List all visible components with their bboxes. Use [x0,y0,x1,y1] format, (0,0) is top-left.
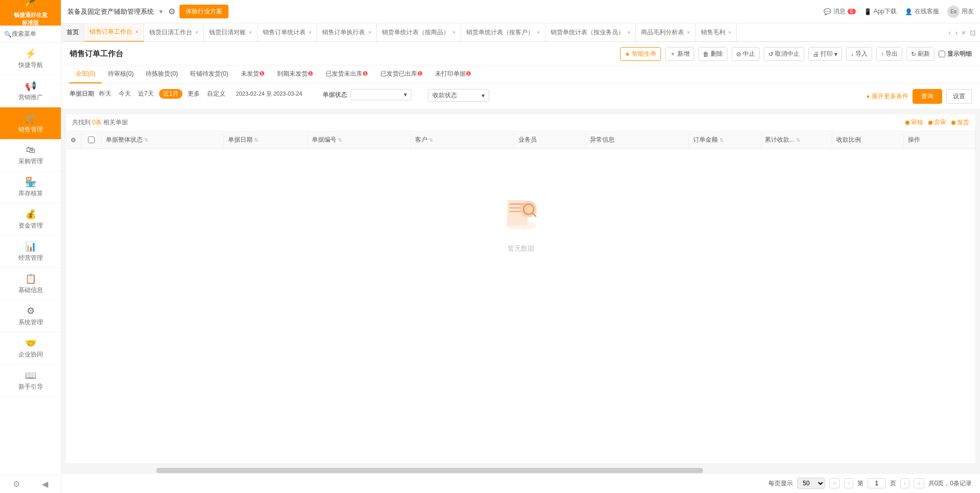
th-status[interactable]: 单据整体状态 ⇅ [102,131,224,148]
topbar-gear-icon[interactable]: ⚙ [168,7,175,16]
sidebar-item-quicknav[interactable]: ⚡ 快捷导航 [0,43,61,75]
app-download-btn[interactable]: 📱 App下载 [864,7,897,16]
filter-tab-wangpu[interactable]: 旺铺待发货(0) [184,65,235,83]
filter-tab-shipped-out[interactable]: 已发货已出库❶ [374,65,429,83]
th-staff[interactable]: 业务员 [514,131,586,148]
refresh-btn[interactable]: ↻ 刷新 [906,47,935,61]
filter-tab-shipped-not-out[interactable]: 已发货未出库❶ [320,65,374,83]
tab-sales-workbench-close[interactable]: × [135,29,139,35]
th-number[interactable]: 单据编号 ⇅ [308,131,411,148]
message-btn[interactable]: 💬 消息 6 [824,7,856,16]
online-service-btn[interactable]: 👤 在线客服 [905,7,939,16]
date-opt-1month[interactable]: 近1月 [159,89,183,99]
tab-close-all[interactable]: × [960,29,968,37]
th-ratio[interactable]: 收款比例 [832,131,904,148]
tab-expand-icon[interactable]: ⊡ [968,29,978,37]
expand-conditions-btn[interactable]: ▾ 展开更多条件 [867,92,908,101]
show-detail-checkbox[interactable] [939,51,945,57]
date-opt-custom[interactable]: 自定义 [205,89,227,99]
settings-query-btn[interactable]: 设置 [946,89,972,104]
filter-tab-not-shipped[interactable]: 未发货❶ [235,65,271,83]
prev-page-btn[interactable]: ‹ [844,478,853,488]
th-date[interactable]: 单据日期 ⇅ [224,131,308,148]
per-page-select[interactable]: 50 20 100 [797,478,825,489]
sidebar-item-purchase[interactable]: 🛍 采购管理 [0,140,61,171]
sidebar-item-inventory[interactable]: 🏪 库存核算 [0,171,61,204]
tab-sales-profit[interactable]: 销售毛利 × [696,24,737,42]
scrollbar-thumb[interactable] [156,468,703,473]
tab-sales-exec[interactable]: 销售订单执行表 × [317,24,377,42]
last-page-btn[interactable]: » [914,478,924,488]
sidebar-item-finance[interactable]: 💰 资金管理 [0,204,61,236]
smart-create-btn[interactable]: ★ 智能生单 [620,47,661,61]
sidebar-item-cooperation[interactable]: 🤝 企业协同 [0,332,61,365]
tab-summary-staff-close[interactable]: × [627,30,630,35]
filter-tab-not-printed[interactable]: 未打印单据❶ [429,65,477,83]
print-btn[interactable]: 🖨 打印 ▾ [808,47,842,61]
add-btn[interactable]: ＋ 新增 [665,47,694,61]
th-collected[interactable]: 累计收款... ⇅ [761,131,832,148]
sidebar-item-basic[interactable]: 📋 基础信息 [0,268,61,300]
first-page-btn[interactable]: « [829,478,840,488]
sidebar-search[interactable]: 🔍 搜索菜单 [0,26,61,43]
tab-sales-exec-close[interactable]: × [368,30,371,35]
th-amount[interactable]: 订单金额 ⇅ [689,131,761,148]
tab-margin-analysis-close[interactable]: × [687,30,690,35]
tab-cash-reconcile[interactable]: 钱货日清对账 × [204,24,258,42]
status-filter-select[interactable]: ▾ [350,89,412,100]
tab-sales-summary-staff[interactable]: 销货单统计表（按业务员） × [545,24,636,42]
delete-btn[interactable]: 🗑 删除 [698,47,727,61]
import-btn[interactable]: ↓ 导入 [846,47,872,61]
filter-tab-all[interactable]: 全部(0) [70,65,102,83]
payment-filter-select[interactable]: 收款状态 ▾ [428,89,489,102]
batch-approve-btn[interactable]: 审核 [905,118,923,127]
tab-cash-daily-close[interactable]: × [195,30,198,35]
filter-tab-pending[interactable]: 待审核(0) [102,65,140,83]
batch-reject-btn[interactable]: 弃审 [928,118,946,127]
tab-cash-daily[interactable]: 钱货日清工作台 × [144,24,204,42]
filter-tab-pending-inspect[interactable]: 待拣验货(0) [140,65,184,83]
settings-bottom-icon[interactable]: ⚙ [13,479,20,489]
sidebar-item-marketing[interactable]: 📢 营销推广 [0,75,61,107]
tab-home[interactable]: 首页 [61,24,84,42]
tab-summary-customer-close[interactable]: × [537,30,540,35]
tab-sales-profit-close[interactable]: × [728,30,732,35]
stop-btn[interactable]: ⊘ 中止 [732,47,760,61]
horizontal-scrollbar[interactable] [65,468,976,473]
th-error[interactable]: 异常信息 [586,131,689,148]
th-checkbox[interactable] [81,132,102,147]
tab-cash-reconcile-close[interactable]: × [249,30,252,35]
sidebar-item-operations[interactable]: 📊 经营管理 [0,236,61,268]
sidebar-item-guide[interactable]: 📖 新手引导 [0,365,61,397]
th-customer[interactable]: 客户 ⇅ [411,131,514,148]
batch-ship-btn[interactable]: 发货 [951,118,969,127]
collapse-sidebar-icon[interactable]: ◀ [42,479,48,489]
tab-sales-summary-product[interactable]: 销货单统计表（按商品） × [377,24,461,42]
system-dropdown-icon[interactable]: ▼ [158,8,164,15]
tab-sales-stats-close[interactable]: × [309,30,312,35]
cancel-stop-btn[interactable]: ↺ 取消中止 [764,47,804,61]
filter-tab-overdue-ship[interactable]: 到期未发货❶ [271,65,320,83]
tab-sales-workbench[interactable]: 销售订单工作台 × [84,24,144,42]
user-profile-btn[interactable]: Ea 用友 [947,6,974,18]
sidebar-item-system[interactable]: ⚙ 系统管理 [0,300,61,332]
date-opt-yesterday[interactable]: 昨天 [97,89,113,99]
sidebar-item-sales[interactable]: 🛒 销售管理 [0,107,61,140]
th-setting[interactable]: ⚙ [66,132,81,148]
select-all-checkbox[interactable] [88,137,95,143]
date-opt-more[interactable]: 更多 [186,89,202,99]
next-page-btn[interactable]: › [900,478,909,488]
tab-margin-analysis[interactable]: 商品毛利分析表 × [636,24,696,42]
query-btn[interactable]: 查询 [913,89,942,104]
tab-nav-prev[interactable]: ‹ [946,29,953,37]
tab-sales-stats[interactable]: 销售订单统计表 × [258,24,317,42]
tab-summary-product-close[interactable]: × [452,30,455,35]
export-btn[interactable]: ↑ 导出 [876,47,902,61]
tab-sales-summary-customer[interactable]: 销货单统计表（按客户） × [461,24,545,42]
tab-nav-next[interactable]: › [953,29,960,37]
show-detail-toggle[interactable]: 显示明细 [939,50,972,58]
page-input[interactable] [868,478,886,488]
date-opt-7days[interactable]: 近7天 [136,89,156,99]
trial-btn[interactable]: 体验行业方案 [179,5,229,18]
date-opt-today[interactable]: 今天 [117,89,133,99]
